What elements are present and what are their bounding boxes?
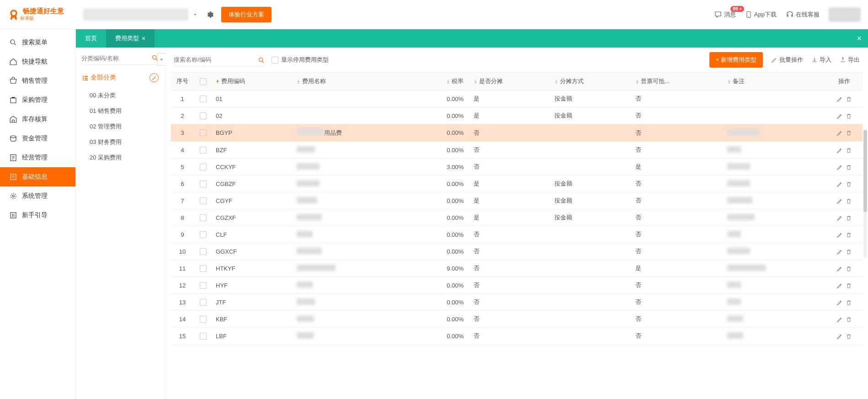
- close-icon[interactable]: ×: [142, 35, 145, 42]
- col-deductible[interactable]: ▲▼普票可抵...: [632, 73, 724, 90]
- table-row[interactable]: 14KBF0.00%否否: [171, 311, 863, 328]
- delete-icon[interactable]: [846, 129, 852, 136]
- sidebar-item-basicinfo[interactable]: 基础信息: [0, 167, 75, 186]
- cell-checkbox[interactable]: [194, 277, 212, 294]
- app-download-link[interactable]: App下载: [745, 11, 777, 19]
- sidebar-item-business[interactable]: 经营管理: [0, 148, 75, 167]
- table-scroll[interactable]: 序号 ▲▼费用编码 ▲▼费用名称 ▲▼税率 ▲▼是否分摊 ▲▼分摊方式 ▲▼普票…: [165, 72, 868, 399]
- delete-icon[interactable]: [846, 214, 852, 221]
- close-all-tabs[interactable]: ×: [850, 34, 868, 43]
- delete-icon[interactable]: [846, 265, 852, 271]
- sidebar-item-sales[interactable]: 销售管理: [0, 71, 75, 90]
- edit-icon[interactable]: [836, 332, 843, 339]
- batch-action-link[interactable]: 批量操作: [771, 56, 803, 64]
- cell-checkbox[interactable]: [194, 294, 212, 311]
- table-row[interactable]: 3BGYP用品费0.00%否否: [171, 124, 863, 142]
- edit-icon[interactable]: [836, 129, 843, 136]
- gear-icon[interactable]: [206, 11, 214, 19]
- edit-icon[interactable]: [836, 180, 843, 187]
- org-selector[interactable]: [83, 9, 214, 21]
- cell-checkbox[interactable]: [194, 226, 212, 243]
- col-rate[interactable]: ▲▼税率: [410, 73, 470, 90]
- user-avatar-blurred[interactable]: [829, 7, 861, 22]
- table-search-input[interactable]: [174, 53, 265, 66]
- table-row[interactable]: 11HTKYF9.00%否是: [171, 260, 863, 277]
- cell-checkbox[interactable]: [194, 243, 212, 260]
- delete-icon[interactable]: [846, 231, 852, 238]
- table-row[interactable]: 4BZF0.00%否否: [171, 142, 863, 159]
- edit-icon[interactable]: [836, 163, 843, 170]
- edit-icon[interactable]: [836, 298, 843, 305]
- table-row[interactable]: 12HYF0.00%否否: [171, 277, 863, 294]
- sidebar-item-guide[interactable]: 新 新手引导: [0, 206, 75, 225]
- table-row[interactable]: 6CGBZF0.00%是按金额否: [171, 176, 863, 192]
- sidebar-item-funds[interactable]: 资金管理: [0, 129, 75, 148]
- edit-icon[interactable]: [149, 73, 159, 82]
- cell-checkbox[interactable]: [194, 192, 212, 209]
- delete-icon[interactable]: [846, 112, 852, 119]
- delete-icon[interactable]: [846, 180, 852, 187]
- sidebar-item-system[interactable]: 系统管理: [0, 186, 75, 206]
- col-select-all[interactable]: [194, 73, 212, 90]
- category-item[interactable]: 02 管理费用: [76, 119, 165, 134]
- cell-checkbox[interactable]: [194, 176, 212, 192]
- cell-checkbox[interactable]: [194, 311, 212, 328]
- delete-icon[interactable]: [846, 146, 852, 153]
- collapse-handle[interactable]: [157, 53, 165, 66]
- cell-checkbox[interactable]: [194, 90, 212, 107]
- col-name[interactable]: ▲▼费用名称: [293, 73, 410, 90]
- col-code[interactable]: ▲▼费用编码: [212, 73, 293, 90]
- support-link[interactable]: 在线客服: [786, 11, 820, 19]
- search-icon[interactable]: [258, 56, 265, 64]
- table-row[interactable]: 15LBF0.00%否否: [171, 328, 863, 345]
- col-method[interactable]: ▲▼分摊方式: [551, 73, 632, 90]
- edit-icon[interactable]: [836, 112, 843, 119]
- messages-link[interactable]: 消息 99 +: [714, 11, 736, 19]
- import-link[interactable]: 导入: [811, 56, 831, 64]
- edit-icon[interactable]: [836, 248, 843, 255]
- table-row[interactable]: 8CGZXF0.00%是按金额否: [171, 209, 863, 226]
- cell-checkbox[interactable]: [194, 328, 212, 345]
- tab-home[interactable]: 首页: [76, 29, 106, 48]
- table-row[interactable]: 7CGYF0.00%是按金额否: [171, 192, 863, 209]
- edit-icon[interactable]: [836, 231, 843, 238]
- col-allocate[interactable]: ▲▼是否分摊: [470, 73, 551, 90]
- export-link[interactable]: 导出: [840, 56, 860, 64]
- category-search-input[interactable]: [81, 52, 160, 65]
- edit-icon[interactable]: [836, 146, 843, 153]
- category-item[interactable]: 03 财务费用: [76, 134, 165, 150]
- edit-icon[interactable]: [836, 315, 843, 322]
- show-disabled-checkbox[interactable]: 显示停用费用类型: [272, 56, 329, 64]
- cell-checkbox[interactable]: [194, 142, 212, 159]
- cell-checkbox[interactable]: [194, 107, 212, 124]
- edit-icon[interactable]: [836, 265, 843, 271]
- edit-icon[interactable]: [836, 214, 843, 221]
- col-remark[interactable]: ▲▼备注: [724, 73, 826, 90]
- table-row[interactable]: 5CCKYF3.00%否是: [171, 159, 863, 176]
- experience-button[interactable]: 体验行业方案: [221, 7, 272, 22]
- cell-checkbox[interactable]: [194, 209, 212, 226]
- cell-checkbox[interactable]: [194, 260, 212, 277]
- delete-icon[interactable]: [846, 298, 852, 305]
- table-row[interactable]: 1010.00%是按金额否: [171, 90, 863, 107]
- sidebar-item-search[interactable]: 搜索菜单: [0, 33, 75, 52]
- table-row[interactable]: 2020.00%是按金额否: [171, 107, 863, 124]
- scrollbar[interactable]: [863, 130, 867, 258]
- edit-icon[interactable]: [836, 282, 843, 288]
- table-row[interactable]: 10GGXCF0.00%否否: [171, 243, 863, 260]
- col-seq[interactable]: 序号: [171, 73, 194, 90]
- delete-icon[interactable]: [846, 95, 852, 102]
- edit-icon[interactable]: [836, 197, 843, 204]
- scrollbar-thumb[interactable]: [863, 130, 867, 212]
- delete-icon[interactable]: [846, 163, 852, 170]
- delete-icon[interactable]: [846, 315, 852, 322]
- table-row[interactable]: 9CLF0.00%否否: [171, 226, 863, 243]
- delete-icon[interactable]: [846, 197, 852, 204]
- tab-expense-type[interactable]: 费用类型 ×: [106, 29, 154, 48]
- sidebar-item-quicknav[interactable]: 快捷导航: [0, 52, 75, 71]
- cell-checkbox[interactable]: [194, 159, 212, 176]
- delete-icon[interactable]: [846, 282, 852, 288]
- category-item[interactable]: 20 采购费用: [76, 150, 165, 165]
- category-item[interactable]: 01 销售费用: [76, 103, 165, 119]
- edit-icon[interactable]: [836, 95, 843, 102]
